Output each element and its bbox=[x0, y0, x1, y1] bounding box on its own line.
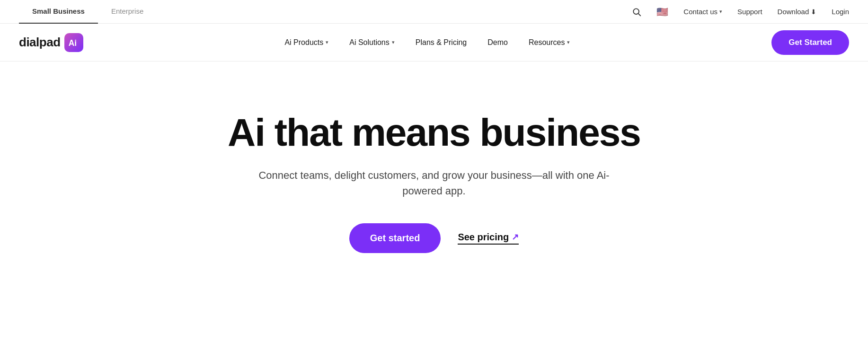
top-bar-right: 🇺🇸 Contact us ▾ Support Download ⬇ Login bbox=[632, 6, 849, 18]
logo-icon: Ai bbox=[64, 33, 83, 52]
nav-links: Ai Products ▾ Ai Solutions ▾ Plans & Pri… bbox=[276, 35, 578, 51]
ai-products-chevron-icon: ▾ bbox=[326, 39, 328, 45]
hero-see-pricing-link[interactable]: See pricing ↗ bbox=[458, 232, 519, 245]
search-button[interactable] bbox=[632, 7, 641, 17]
download-button[interactable]: Download ⬇ bbox=[778, 8, 817, 16]
language-selector[interactable]: 🇺🇸 bbox=[656, 6, 668, 18]
nav-demo[interactable]: Demo bbox=[479, 35, 516, 51]
nav-get-started-button[interactable]: Get Started bbox=[771, 30, 849, 55]
svg-line-1 bbox=[638, 14, 640, 16]
hero-section: Ai that means business Connect teams, de… bbox=[0, 61, 868, 293]
contact-chevron-icon: ▾ bbox=[719, 9, 722, 15]
logo-text: dialpad bbox=[19, 35, 61, 50]
main-nav: dialpad Ai Ai Products ▾ Ai Solutions ▾ … bbox=[0, 24, 868, 61]
hero-title: Ai that means business bbox=[228, 111, 640, 154]
nav-plans-pricing[interactable]: Plans & Pricing bbox=[407, 35, 476, 51]
contact-us-button[interactable]: Contact us ▾ bbox=[683, 8, 722, 16]
tab-small-business[interactable]: Small Business bbox=[19, 0, 98, 24]
hero-subtitle: Connect teams, delight customers, and gr… bbox=[245, 167, 623, 199]
nav-ai-products[interactable]: Ai Products ▾ bbox=[276, 35, 337, 51]
svg-text:Ai: Ai bbox=[68, 38, 77, 48]
nav-ai-solutions[interactable]: Ai Solutions ▾ bbox=[341, 35, 403, 51]
tab-enterprise[interactable]: Enterprise bbox=[98, 0, 157, 24]
nav-resources[interactable]: Resources ▾ bbox=[520, 35, 578, 51]
svg-point-0 bbox=[634, 9, 639, 14]
top-bar: Small Business Enterprise 🇺🇸 Contact us … bbox=[0, 0, 868, 24]
logo[interactable]: dialpad Ai bbox=[19, 33, 83, 52]
download-icon: ⬇ bbox=[811, 8, 816, 16]
external-link-icon: ↗ bbox=[512, 232, 519, 242]
login-link[interactable]: Login bbox=[832, 8, 849, 16]
ai-solutions-chevron-icon: ▾ bbox=[392, 39, 395, 45]
support-link[interactable]: Support bbox=[737, 8, 762, 16]
hero-actions: Get started See pricing ↗ bbox=[349, 223, 519, 253]
top-bar-left: Small Business Enterprise bbox=[19, 0, 157, 24]
hero-get-started-button[interactable]: Get started bbox=[349, 223, 441, 253]
resources-chevron-icon: ▾ bbox=[567, 39, 570, 45]
